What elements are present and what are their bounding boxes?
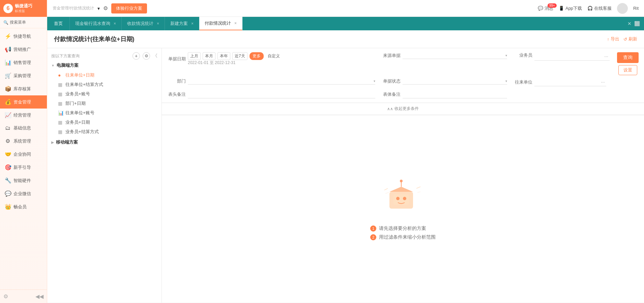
body-note-input[interactable] <box>403 90 507 98</box>
sidebar-item-sales[interactable]: 📊 销售管理 <box>0 56 47 69</box>
empty-illustration <box>383 178 423 219</box>
doc-status-control: ▾ <box>403 78 507 85</box>
source-select[interactable]: ▾ <box>403 52 507 59</box>
sidebar-item-hardware[interactable]: 🔧 智能硬件 <box>0 174 47 187</box>
sidebar-item-label: 智能硬件 <box>13 178 31 184</box>
scheme-item-salesman-account[interactable]: ▦ 业务员+账号 <box>51 89 157 99</box>
sidebar-item-marketing[interactable]: 📢 营销推广 <box>0 43 47 56</box>
scheme-item-partner-date[interactable]: ● 往来单位+日期 <box>51 70 157 80</box>
window-close-icon[interactable]: ✕ <box>627 21 632 26</box>
tab-bank-label: 现金银行流水查询 <box>75 21 110 27</box>
trial-btn[interactable]: 体验行业方案 <box>111 3 147 13</box>
scheme-item-partner-account[interactable]: 📊 往来单位+账号 <box>51 108 157 118</box>
filter-dept-field: 部门 ▾ <box>167 78 375 85</box>
scheme-item-icon-4: ▦ <box>58 101 63 106</box>
salesman-more-icon[interactable]: ··· <box>603 52 610 60</box>
collapse-label: 收起更多条件 <box>394 106 419 112</box>
date-last-month[interactable]: 上月 <box>188 52 201 60</box>
scheme-settings-btn[interactable]: ⚙ <box>143 52 150 60</box>
sidebar-item-finance[interactable]: 💰 资金管理 <box>0 95 47 109</box>
scheme-collapse-btn[interactable]: 《 <box>153 53 157 59</box>
refresh-icon: ↺ <box>623 37 627 42</box>
sidebar-item-wechat[interactable]: 💬 企业微信 <box>0 187 47 200</box>
online-service-btn[interactable]: 🎧 在线客服 <box>587 5 612 11</box>
tab-home[interactable]: 首页 <box>47 17 70 30</box>
username: Rit <box>633 6 639 11</box>
refresh-btn[interactable]: ↺ 刷新 <box>623 36 637 42</box>
scheme-add-btn[interactable]: + <box>133 52 140 60</box>
date-label: 单据日期 <box>167 56 186 62</box>
sidebar-item-inventory[interactable]: 📦 库存核算 <box>0 82 47 95</box>
scheme-item-salesman-settle[interactable]: ▦ 业务员+结算方式 <box>51 127 157 137</box>
scheme-item-partner-settle[interactable]: ▦ 往来单位+结算方式 <box>51 80 157 89</box>
sidebar-item-label: 畅会员 <box>13 204 27 210</box>
page-title: 付款情况统计(往来单位+日期) <box>54 35 135 43</box>
tab-receipt-close[interactable]: × <box>157 21 159 26</box>
tab-bar: 首页 现金银行流水查询 × 收款情况统计 × 新建方案 × 付款情况统计 × ✕… <box>47 17 644 30</box>
filter-settings-btn[interactable]: 设置 <box>618 65 637 75</box>
filter-body-note-field: 表体备注 <box>382 90 507 98</box>
date-custom[interactable]: 自定义 <box>266 53 282 60</box>
sidebar-item-purchase[interactable]: 🛒 采购管理 <box>0 69 47 82</box>
marketing-icon: 📢 <box>5 46 11 53</box>
sidebar-search[interactable]: 🔍 搜索菜单 <box>0 17 47 28</box>
sidebar-item-shortcut[interactable]: ⚡ 快捷导航 <box>0 30 47 43</box>
date-this-month[interactable]: 本月 <box>203 52 215 60</box>
wechat-icon: 💬 <box>5 190 11 197</box>
scheme-group-desktop-title[interactable]: ▼ 电脑端方案 <box>51 62 157 68</box>
collapse-bar[interactable]: ∧∧ 收起更多条件 <box>162 103 644 114</box>
dept-select[interactable]: ▾ <box>188 78 375 85</box>
date-last-7[interactable]: 近7天 <box>232 52 247 60</box>
app-download-btn[interactable]: 📱 App下载 <box>559 5 582 11</box>
sidebar-item-guide[interactable]: 🎯 新手引导 <box>0 161 47 174</box>
svg-point-6 <box>400 180 403 182</box>
salesman-input[interactable] <box>534 53 603 60</box>
tab-payment[interactable]: 付款情况统计 × <box>199 17 242 30</box>
user-avatar[interactable] <box>617 3 628 14</box>
sidebar-item-system[interactable]: ⚙ 系统管理 <box>0 134 47 148</box>
sidebar-item-label: 企业微信 <box>13 191 31 197</box>
scheme-item-salesman-date[interactable]: ▦ 业务员+日期 <box>51 118 157 127</box>
search-icon: 🔍 <box>3 20 8 25</box>
tab-new-scheme-close[interactable]: × <box>191 21 194 26</box>
tab-receipt[interactable]: 收款情况统计 × <box>122 17 165 30</box>
page-header-actions: ↑ 导出 ↺ 刷新 <box>607 36 638 42</box>
header-settings-icon[interactable]: ⚙ <box>103 5 108 11</box>
sidebar-item-member[interactable]: 👑 畅会员 <box>0 200 47 213</box>
main-content: 资金管理/付款情况统计 ▾ ⚙ 体验行业方案 💬 消息 99+ 📱 App下载 … <box>47 0 644 303</box>
scheme-item-icon-6: ▦ <box>58 120 63 125</box>
scheme-group-mobile-title[interactable]: ▶ 移动端方案 <box>51 139 157 145</box>
message-btn[interactable]: 💬 消息 99+ <box>538 5 553 11</box>
tab-bank[interactable]: 现金银行流水查询 × <box>70 17 122 30</box>
filter-form: 单据日期 上月 本月 本年 近7天 更多 自定义 20 <box>162 48 644 103</box>
operations-icon: 📈 <box>5 112 11 118</box>
date-more[interactable]: 更多 <box>250 52 264 60</box>
query-btn[interactable]: 查询 <box>617 52 639 63</box>
header-dropdown-arrow[interactable]: ▾ <box>97 6 100 11</box>
sidebar-logo: 6 畅捷通巧 标准版 <box>0 0 47 17</box>
tab-payment-close[interactable]: × <box>234 21 237 26</box>
empty-state: 1 请先选择要分析的方案 2 用过滤条件来缩小分析范围 <box>162 116 644 303</box>
partner-control: ··· <box>534 78 606 86</box>
window-maximize-icon[interactable]: ⬜ <box>634 21 640 26</box>
export-btn[interactable]: ↑ 导出 <box>607 36 620 42</box>
scheme-item-label: 部门+日期 <box>65 100 86 107</box>
tab-home-label: 首页 <box>54 21 63 27</box>
scheme-group-mobile: ▶ 移动端方案 <box>51 139 157 145</box>
partner-input[interactable] <box>534 78 600 86</box>
collapse-sidebar-icon[interactable]: ◀◀ <box>35 293 43 300</box>
sidebar-item-basic[interactable]: 🗂 基础信息 <box>0 122 47 134</box>
member-icon: 👑 <box>5 204 11 210</box>
header-note-input[interactable] <box>188 90 375 98</box>
partner-more-icon[interactable]: ··· <box>599 78 606 86</box>
sidebar-item-operations[interactable]: 📈 经营管理 <box>0 109 47 122</box>
date-this-year[interactable]: 本年 <box>217 52 230 60</box>
settings-bottom-icon[interactable]: ⚙ <box>3 293 8 300</box>
sidebar-item-label: 销售管理 <box>13 60 31 66</box>
scheme-item-dept-date[interactable]: ▦ 部门+日期 <box>51 99 157 108</box>
sidebar-item-enterprise[interactable]: 🤝 企业协同 <box>0 148 47 161</box>
tab-new-scheme[interactable]: 新建方案 × <box>165 17 199 30</box>
tab-bank-close[interactable]: × <box>114 21 116 26</box>
collapse-up-icon: ∧∧ <box>387 107 393 111</box>
doc-status-select[interactable]: ▾ <box>403 78 507 85</box>
